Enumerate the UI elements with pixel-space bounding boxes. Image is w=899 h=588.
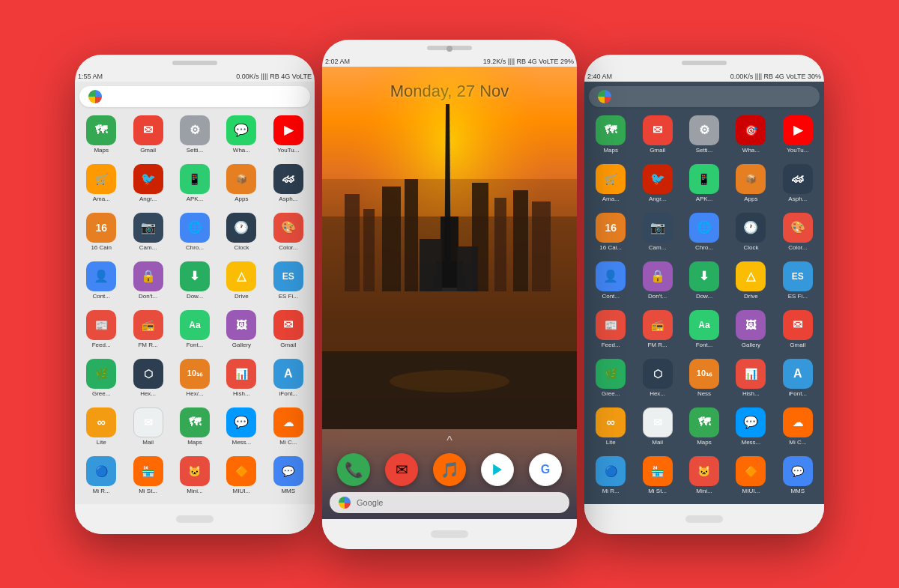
list-item[interactable]: 1616 Cain bbox=[79, 210, 123, 256]
list-item[interactable]: 📻FM R... bbox=[126, 308, 169, 354]
list-item[interactable]: 1616 Cai... bbox=[589, 210, 632, 256]
list-item[interactable]: 🔵Mi R... bbox=[589, 454, 632, 500]
list-item[interactable]: 🗺Maps bbox=[682, 405, 726, 451]
left-home-button[interactable] bbox=[176, 515, 214, 523]
list-item[interactable]: 🗺Maps bbox=[589, 113, 632, 159]
list-item[interactable]: ⚙Setti... bbox=[173, 113, 217, 159]
list-item[interactable]: 🖼Gallery bbox=[220, 308, 263, 354]
dock-phone-app[interactable]: 📞 bbox=[337, 453, 370, 486]
list-item[interactable]: AiFont... bbox=[776, 357, 820, 402]
city-background: Monday, 27 Nov bbox=[322, 67, 577, 429]
list-item[interactable]: 📻FM R... bbox=[635, 308, 679, 354]
r-apps-icon: 📦 bbox=[736, 164, 766, 194]
center-home-button[interactable] bbox=[431, 530, 468, 538]
list-item[interactable]: 🖼Gallery bbox=[729, 308, 772, 354]
list-item[interactable]: 🐦Angr... bbox=[635, 162, 679, 207]
list-item[interactable]: 💬Mess... bbox=[220, 405, 263, 451]
right-home-button[interactable] bbox=[685, 515, 723, 523]
list-item[interactable]: 🌿Gree... bbox=[589, 357, 632, 402]
list-item[interactable]: 10₁₆Hex/... bbox=[173, 357, 217, 402]
left-status-bar: 1:55 AM 0.00K/s |||| RB 4G VoLTE bbox=[75, 71, 315, 82]
list-item[interactable]: AaFont... bbox=[173, 308, 217, 354]
list-item[interactable]: 📷Cam... bbox=[635, 210, 679, 256]
list-item[interactable]: 🛒Ama... bbox=[79, 162, 123, 207]
list-item[interactable]: ☁Mi C... bbox=[776, 405, 820, 451]
list-item[interactable]: 🔒Don't... bbox=[635, 259, 679, 305]
list-item[interactable]: 🕐Clock bbox=[729, 210, 772, 256]
list-item[interactable]: 🏎Asph... bbox=[776, 162, 820, 207]
list-item[interactable]: 🐦Angr... bbox=[126, 162, 169, 207]
list-item[interactable]: 10₁₆Ness bbox=[682, 357, 726, 402]
list-item[interactable]: 📰Feed... bbox=[589, 308, 632, 354]
list-item[interactable]: 🌿Gree... bbox=[79, 357, 123, 402]
list-item[interactable]: AiFont... bbox=[267, 357, 310, 402]
list-item[interactable]: 🎯Wha... bbox=[729, 113, 772, 159]
list-item[interactable]: 💬MMS bbox=[776, 454, 820, 500]
list-item[interactable]: 📊Hish... bbox=[729, 357, 772, 402]
dock-gmail-app[interactable]: ✉ bbox=[385, 453, 418, 486]
list-item[interactable]: △Drive bbox=[220, 259, 263, 305]
list-item[interactable]: 📱APK... bbox=[173, 162, 217, 207]
google-g-icon bbox=[88, 90, 102, 103]
list-item[interactable]: 📦Apps bbox=[729, 162, 772, 207]
list-item[interactable]: ⬡Hex... bbox=[126, 357, 169, 402]
list-item[interactable]: 📷Cam... bbox=[126, 210, 169, 256]
list-item[interactable]: ▶YouTu... bbox=[776, 113, 820, 159]
list-item[interactable]: AaFont... bbox=[682, 308, 726, 354]
list-item[interactable]: ESES Fi... bbox=[267, 259, 310, 305]
list-item[interactable]: ∞Lite bbox=[589, 405, 632, 451]
list-item[interactable]: 🗺Maps bbox=[79, 113, 123, 159]
list-item[interactable]: 📱APK... bbox=[682, 162, 726, 207]
dock-play-app[interactable] bbox=[481, 453, 514, 486]
list-item[interactable]: 🕐Clock bbox=[220, 210, 263, 256]
list-item[interactable]: 🏪Mi St... bbox=[635, 454, 679, 500]
list-item[interactable]: ✉Gmail bbox=[776, 308, 820, 354]
list-item[interactable]: ✉Mail bbox=[635, 405, 679, 451]
list-item[interactable]: 👤Cont... bbox=[589, 259, 632, 305]
list-item[interactable]: ⚙Setti... bbox=[682, 113, 726, 159]
list-item[interactable]: 🎨Color... bbox=[267, 210, 310, 256]
list-item[interactable]: 🔶MIUI... bbox=[220, 454, 263, 500]
list-item[interactable]: 🔵Mi R... bbox=[79, 454, 123, 500]
fm-radio-icon: 📻 bbox=[133, 310, 163, 340]
list-item[interactable]: ∞Lite bbox=[79, 405, 123, 451]
list-item[interactable]: 🔒Don't... bbox=[126, 259, 169, 305]
list-item[interactable]: 📦Apps bbox=[220, 162, 263, 207]
list-item[interactable]: ⬇Dow... bbox=[173, 259, 217, 305]
list-item[interactable]: 🐱Mini... bbox=[173, 454, 217, 500]
right-search-bar[interactable] bbox=[589, 86, 820, 107]
list-item[interactable]: 💬Mess... bbox=[729, 405, 772, 451]
dock-google-app[interactable]: G bbox=[529, 453, 562, 486]
list-item[interactable]: 🏎Asph... bbox=[267, 162, 310, 207]
list-item[interactable]: ☁Mi C... bbox=[267, 405, 310, 451]
list-item[interactable]: ✉Gmail bbox=[126, 113, 169, 159]
list-item[interactable]: ▶YouTu... bbox=[267, 113, 310, 159]
list-item[interactable]: 🏪Mi St... bbox=[126, 454, 169, 500]
list-item[interactable]: ✉Mail bbox=[126, 405, 169, 451]
list-item[interactable]: 💬MMS bbox=[267, 454, 310, 500]
list-item[interactable]: ESES Fi... bbox=[776, 259, 820, 305]
list-item[interactable]: ✉Gmail bbox=[635, 113, 679, 159]
list-item[interactable]: 💬Wha... bbox=[220, 113, 263, 159]
left-app-grid: 🗺Maps ✉Gmail ⚙Setti... 💬Wha... ▶YouTu...… bbox=[75, 82, 315, 504]
list-item[interactable]: 👤Cont... bbox=[79, 259, 123, 305]
svg-rect-8 bbox=[494, 198, 506, 291]
dock-search-bar[interactable]: Google bbox=[330, 492, 569, 513]
list-item[interactable]: ✉Gmail bbox=[267, 308, 310, 354]
list-item[interactable]: 🌐Chro... bbox=[173, 210, 217, 256]
list-item[interactable]: 🐱Mini... bbox=[682, 454, 726, 500]
list-item[interactable]: 🌐Chro... bbox=[682, 210, 726, 256]
list-item[interactable]: ⬇Dow... bbox=[682, 259, 726, 305]
left-search-bar[interactable] bbox=[79, 86, 310, 107]
list-item[interactable]: 📊Hish... bbox=[220, 357, 263, 402]
list-item[interactable]: 🎨Color... bbox=[776, 210, 820, 256]
list-item[interactable]: 🗺Maps bbox=[173, 405, 217, 451]
list-item[interactable]: 📰Feed... bbox=[79, 308, 123, 354]
list-item[interactable]: △Drive bbox=[729, 259, 772, 305]
svg-rect-17 bbox=[457, 246, 478, 291]
right-app-grid: 🗺Maps ✉Gmail ⚙Setti... 🎯Wha... ▶YouTu...… bbox=[584, 82, 824, 504]
list-item[interactable]: ⬡Hex... bbox=[635, 357, 679, 402]
list-item[interactable]: 🔶MIUI... bbox=[729, 454, 772, 500]
dock-music-app[interactable]: 🎵 bbox=[433, 453, 466, 486]
list-item[interactable]: 🛒Ama... bbox=[589, 162, 632, 207]
